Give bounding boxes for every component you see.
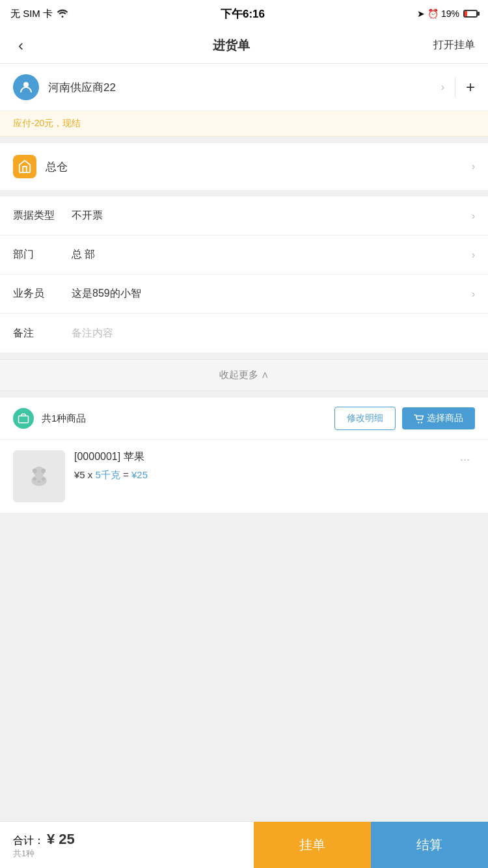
- status-left: 无 SIM 卡: [10, 8, 68, 20]
- select-product-label: 选择商品: [427, 413, 463, 424]
- note-input[interactable]: 备注内容: [65, 327, 475, 340]
- page-title: 进货单: [213, 37, 250, 54]
- salesman-row[interactable]: 业务员 这是859的小智 ›: [0, 275, 488, 314]
- battery-percent: 19%: [441, 8, 459, 19]
- add-supplier-button[interactable]: +: [466, 78, 475, 96]
- department-row[interactable]: 部门 总 部 ›: [0, 236, 488, 275]
- total-amount: ¥ 25: [47, 831, 75, 848]
- alarm-icon: ⏰: [427, 8, 439, 19]
- status-bar: 无 SIM 卡 下午6:16 ➤ ⏰ 19%: [0, 0, 488, 27]
- svg-point-2: [418, 422, 419, 423]
- checkout-button[interactable]: 结算: [371, 822, 488, 868]
- supplier-name: 河南供应商22: [48, 80, 441, 95]
- bottom-bar: 合计： ¥ 25 共1种 挂单 结算: [0, 821, 488, 868]
- product-id: [0000001]: [74, 451, 124, 462]
- supplier-avatar: [13, 74, 39, 100]
- back-button[interactable]: ‹: [13, 31, 29, 60]
- wifi-icon: [57, 8, 68, 20]
- status-right: ➤ ⏰ 19%: [417, 8, 478, 19]
- product-name: [0000001] 苹果: [74, 450, 455, 464]
- carrier-text: 无 SIM 卡: [10, 8, 53, 20]
- form-card: 票据类型 不开票 › 部门 总 部 › 业务员 这是859的小智 › 备注 备注…: [0, 197, 488, 353]
- cart-icon: [414, 413, 424, 424]
- supplier-divider: [455, 77, 455, 97]
- warehouse-icon: [13, 155, 36, 178]
- svg-point-9: [42, 478, 45, 481]
- content-area: 河南供应商22 › + 应付-20元，现结 总仓 › 票据类型 不开票 ›: [0, 64, 488, 571]
- product-info: [0000001] 苹果 ¥5 x 5千克 = ¥25: [74, 450, 455, 481]
- status-time: 下午6:16: [221, 7, 265, 21]
- warehouse-card[interactable]: 总仓 ›: [0, 143, 488, 190]
- equals: =: [120, 469, 131, 480]
- product-more-button[interactable]: ···: [455, 450, 475, 469]
- product-title: 苹果: [124, 451, 144, 462]
- products-header: 共1种商品 修改明细 选择商品: [0, 398, 488, 440]
- department-label: 部门: [13, 248, 65, 262]
- invoice-chevron-icon: ›: [472, 210, 475, 222]
- supplier-chevron-icon: ›: [441, 81, 444, 93]
- svg-point-6: [41, 468, 46, 473]
- battery-icon: [463, 10, 478, 18]
- svg-point-8: [33, 478, 36, 481]
- total-section: 合计： ¥ 25 共1种: [0, 822, 254, 868]
- note-row[interactable]: 备注 备注内容: [0, 314, 488, 353]
- select-product-button[interactable]: 选择商品: [402, 407, 475, 429]
- supplier-row[interactable]: 河南供应商22 › +: [0, 64, 488, 111]
- warehouse-chevron-icon: ›: [472, 161, 475, 172]
- salesman-value: 这是859的小智: [65, 287, 472, 301]
- invoice-row[interactable]: 票据类型 不开票 ›: [0, 197, 488, 236]
- subtotal: ¥25: [131, 469, 148, 480]
- svg-point-3: [421, 422, 422, 423]
- product-count-icon: [13, 408, 34, 429]
- edit-detail-button[interactable]: 修改明细: [334, 407, 396, 430]
- quantity: 5千克: [96, 469, 120, 480]
- location-icon: ➤: [417, 8, 425, 19]
- department-value: 总 部: [65, 248, 472, 262]
- product-count-text: 共1种商品: [42, 413, 334, 425]
- svg-rect-1: [19, 416, 29, 423]
- collapse-label: 收起更多 ∧: [219, 369, 269, 381]
- open-pending-button[interactable]: 打开挂单: [433, 38, 475, 52]
- invoice-value: 不开票: [65, 209, 472, 223]
- department-chevron-icon: ›: [472, 249, 475, 261]
- product-item: [0000001] 苹果 ¥5 x 5千克 = ¥25 ···: [0, 440, 488, 513]
- warehouse-name: 总仓: [46, 159, 472, 174]
- alert-banner: 应付-20元，现结: [0, 111, 488, 137]
- total-label: 合计：: [13, 834, 44, 848]
- svg-point-10: [38, 481, 40, 483]
- note-label: 备注: [13, 327, 65, 340]
- salesman-label: 业务员: [13, 287, 65, 301]
- svg-point-5: [33, 468, 37, 473]
- unit-price: ¥5 x: [74, 469, 96, 480]
- product-price: ¥5 x 5千克 = ¥25: [74, 469, 455, 481]
- product-thumbnail: [13, 450, 65, 502]
- warehouse-row[interactable]: 总仓 ›: [0, 143, 488, 190]
- pending-button[interactable]: 挂单: [254, 822, 371, 868]
- nav-bar: ‹ 进货单 打开挂单: [0, 27, 488, 64]
- total-count: 共1种: [13, 848, 241, 860]
- svg-point-7: [31, 475, 46, 486]
- supplier-card: 河南供应商22 › + 应付-20元，现结: [0, 64, 488, 137]
- collapse-bar[interactable]: 收起更多 ∧: [0, 359, 488, 391]
- salesman-chevron-icon: ›: [472, 288, 475, 300]
- invoice-label: 票据类型: [13, 209, 65, 223]
- svg-point-0: [23, 82, 29, 87]
